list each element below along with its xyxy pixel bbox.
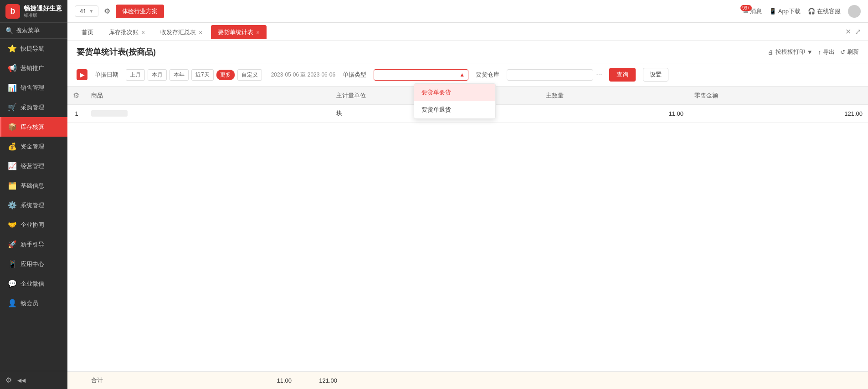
date-range-display: 2023-05-06 至 2023-06-06 xyxy=(271,71,335,79)
app-name-sub: 标准版 xyxy=(24,12,62,18)
messages-item[interactable]: ✉ 99+ 消息 xyxy=(743,7,762,15)
sales-label: 销售管理 xyxy=(21,84,44,92)
type-dropdown: 要货单要货 要货单退货 xyxy=(414,83,496,119)
export-icon: ↑ xyxy=(818,49,822,56)
inventory-icon: 📦 xyxy=(8,123,17,131)
date-btn-last-month[interactable]: 上月 xyxy=(126,69,145,81)
date-btn-this-month[interactable]: 本月 xyxy=(148,69,167,81)
filter-row: ▶ 单据日期 上月 本月 本年 近7天 更多 自定义 2023-05-06 至 … xyxy=(77,68,859,82)
query-button[interactable]: 查询 xyxy=(609,68,636,82)
dropdown-item-order-goods[interactable]: 要货单要货 xyxy=(414,84,495,101)
product-placeholder xyxy=(91,110,128,117)
operation-label: 经营管理 xyxy=(21,162,44,170)
marketing-label: 营销推广 xyxy=(21,64,44,72)
date-btn-custom[interactable]: 自定义 xyxy=(237,69,262,81)
tab-collect-close-icon[interactable]: ✕ xyxy=(199,30,202,35)
shortcut-icon: ⭐ xyxy=(8,44,17,53)
appcenter-icon: 📱 xyxy=(8,260,17,268)
guide-label: 新手引导 xyxy=(21,241,44,249)
sidebar-item-marketing[interactable]: 📢 营销推广 xyxy=(0,58,67,78)
app-download-item[interactable]: 📱 App下载 xyxy=(769,7,801,15)
tab-batch-close-icon[interactable]: ✕ xyxy=(141,30,145,35)
sidebar-item-enterprise[interactable]: 🤝 企业协同 xyxy=(0,215,67,235)
company-selector[interactable]: 41 ▼ xyxy=(75,5,98,17)
print-label: 按模板打印 xyxy=(776,48,805,56)
tab-home[interactable]: 首页 xyxy=(75,25,100,39)
online-service-item[interactable]: 🎧 在线客服 xyxy=(808,7,841,15)
topbar: 41 ▼ ⚙ 体验行业方案 ✉ 99+ 消息 📱 App下载 🎧 在线客服 xyxy=(67,0,868,23)
basic-label: 基础信息 xyxy=(21,182,44,190)
online-service-label: 在线客服 xyxy=(817,7,841,15)
footer-row: 合计 11.00 121.00 xyxy=(67,372,868,389)
refresh-action[interactable]: ↺ 刷新 xyxy=(840,48,859,56)
sidebar-footer: ⚙ ◀◀ xyxy=(0,371,67,389)
logo-icon: b xyxy=(5,4,20,19)
settings-footer-icon[interactable]: ⚙ xyxy=(5,376,12,384)
company-arrow-icon: ▼ xyxy=(89,9,93,14)
date-filter-label: 单据日期 xyxy=(95,71,118,79)
tab-collect-label: 收发存汇总表 xyxy=(160,28,196,36)
sidebar-item-operation[interactable]: 📈 经营管理 xyxy=(0,156,67,176)
finance-label: 资金管理 xyxy=(21,143,44,151)
refresh-icon: ↺ xyxy=(840,49,845,56)
export-label: 导出 xyxy=(823,48,835,56)
warehouse-input[interactable] xyxy=(507,69,593,81)
enterprise-icon: 🤝 xyxy=(8,220,17,229)
page-actions: 🖨 按模板打印 ▼ ↑ 导出 ↺ 刷新 xyxy=(768,48,859,56)
search-icon: 🔍 xyxy=(5,27,13,34)
collapse-icon[interactable]: ◀◀ xyxy=(17,377,26,384)
sidebar-item-member[interactable]: 👤 畅会员 xyxy=(0,293,67,313)
sidebar-item-basic[interactable]: 🗂️ 基础信息 xyxy=(0,176,67,195)
dropdown-item-order-return[interactable]: 要货单退货 xyxy=(414,101,495,118)
topbar-right: ✉ 99+ 消息 📱 App下载 🎧 在线客服 xyxy=(743,5,861,18)
sidebar-item-sales[interactable]: 📊 销售管理 xyxy=(0,78,67,97)
export-action[interactable]: ↑ 导出 xyxy=(818,48,835,56)
tab-order-close-icon[interactable]: ✕ xyxy=(256,30,260,35)
page-title: 要货单统计表(按商品) xyxy=(77,46,156,57)
filter-settings-button[interactable]: 设置 xyxy=(643,68,668,82)
date-btn-more[interactable]: 更多 xyxy=(216,70,235,80)
refresh-label: 刷新 xyxy=(847,48,859,56)
tab-batch[interactable]: 库存批次账 ✕ xyxy=(102,25,152,39)
date-btn-7days[interactable]: 近7天 xyxy=(191,69,214,81)
logo-area: b 畅捷通好生意 标准版 xyxy=(0,0,67,23)
cell-product xyxy=(86,105,331,123)
app-download-label: App下载 xyxy=(778,7,801,15)
sidebar-item-appcenter[interactable]: 📱 应用中心 xyxy=(0,254,67,274)
finance-icon: 💰 xyxy=(8,142,17,151)
column-settings-icon[interactable]: ⚙ xyxy=(73,92,79,99)
sidebar-item-system[interactable]: ⚙️ 系统管理 xyxy=(0,195,67,215)
online-service-icon: 🎧 xyxy=(808,8,815,15)
type-select-input[interactable] xyxy=(374,69,468,81)
warehouse-more-icon[interactable]: ··· xyxy=(596,71,602,79)
tab-close-all-icon[interactable]: ✕ xyxy=(845,27,851,36)
topbar-left: 41 ▼ ⚙ 体验行业方案 xyxy=(75,5,164,18)
sidebar-item-shortcut[interactable]: ⭐ 快捷导航 xyxy=(0,39,67,58)
tab-order[interactable]: 要货单统计表 ✕ xyxy=(211,25,267,39)
table-area: ⚙ 商品 主计量单位 主数量 零售金额 1 xyxy=(67,87,868,371)
sidebar-item-inventory[interactable]: 📦 库存核算 xyxy=(0,117,67,137)
app-name-main: 畅捷通好生意 xyxy=(24,4,62,12)
sidebar-item-purchase[interactable]: 🛒 采购管理 xyxy=(0,97,67,117)
date-btn-this-year[interactable]: 本年 xyxy=(169,69,189,81)
warehouse-wrap: ··· xyxy=(507,69,602,81)
sidebar-nav: ⭐ 快捷导航 📢 营销推广 📊 销售管理 🛒 采购管理 📦 库存核算 💰 资金管… xyxy=(0,39,67,371)
tab-collect[interactable]: 收发存汇总表 ✕ xyxy=(154,25,209,39)
filter-expand-button[interactable]: ▶ xyxy=(77,69,87,80)
sidebar-item-finance[interactable]: 💰 资金管理 xyxy=(0,137,67,156)
sidebar-item-search[interactable]: 🔍 搜索菜单 xyxy=(0,23,67,39)
sidebar-item-wechat[interactable]: 💬 企业微信 xyxy=(0,274,67,293)
tab-maximize-icon[interactable]: ⤢ xyxy=(855,27,861,36)
trial-button[interactable]: 体验行业方案 xyxy=(116,5,164,18)
print-arrow-icon: ▼ xyxy=(807,49,813,56)
user-avatar[interactable] xyxy=(848,5,861,18)
topbar-settings-icon[interactable]: ⚙ xyxy=(104,7,110,15)
col-product: 商品 xyxy=(86,87,331,105)
enterprise-label: 企业协同 xyxy=(21,221,44,229)
search-label: 搜索菜单 xyxy=(16,26,40,35)
guide-icon: 🚀 xyxy=(8,240,17,249)
tab-batch-label: 库存批次账 xyxy=(109,28,139,36)
print-action[interactable]: 🖨 按模板打印 ▼ xyxy=(768,48,813,56)
inventory-label: 库存核算 xyxy=(21,123,44,131)
sidebar-item-guide[interactable]: 🚀 新手引导 xyxy=(0,235,67,254)
